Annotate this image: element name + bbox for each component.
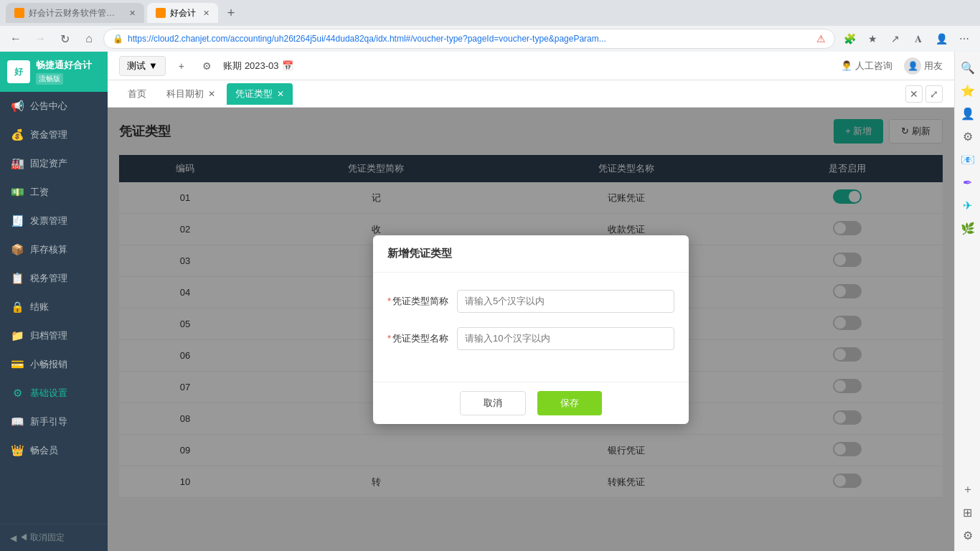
expense-label: 小畅报销 — [30, 358, 67, 371]
sidebar-item-announcement[interactable]: 📢 公告中心 — [0, 92, 108, 121]
payroll-icon: 💵 — [10, 185, 24, 199]
funds-label: 资金管理 — [30, 128, 67, 141]
profile-btn[interactable]: 👤 — [931, 29, 951, 49]
modal-header: 新增凭证类型 — [373, 235, 689, 273]
right-pen-icon[interactable]: ✒ — [958, 172, 978, 192]
tab1-label: 好会计云财务软件管理系统_会计 — [29, 7, 122, 19]
tab1-close[interactable]: ✕ — [129, 9, 136, 18]
expense-icon: 💳 — [10, 357, 24, 372]
sidebar-item-member[interactable]: 👑 畅会员 — [0, 436, 108, 465]
abbr-label-text: 凭证类型简称 — [392, 296, 448, 306]
sidebar-item-guide[interactable]: 📖 新手引导 — [0, 408, 108, 436]
user-avatar: 👤 — [904, 57, 921, 75]
period-value: 2023-03 — [245, 60, 279, 71]
invoice-label: 发票管理 — [30, 215, 67, 227]
tab-minimize-btn[interactable]: ✕ — [905, 85, 923, 103]
sidebar-item-fixed-assets[interactable]: 🏭 固定资产 — [0, 149, 108, 178]
read-btn[interactable]: 𝐀 — [908, 29, 928, 49]
cancel-button[interactable]: 取消 — [460, 391, 526, 415]
inventory-icon: 📦 — [10, 242, 24, 257]
favorites-btn[interactable]: ★ — [862, 29, 882, 49]
calendar-icon[interactable]: 📅 — [282, 60, 293, 71]
guide-icon: 📖 — [10, 415, 24, 429]
back-button[interactable]: ← — [6, 29, 26, 49]
abbr-input[interactable] — [457, 290, 674, 313]
logo-main-text: 畅捷通好合计 — [36, 59, 92, 72]
browser-tab-1[interactable]: 好会计云财务软件管理系统_会计 ✕ — [6, 3, 144, 23]
sidebar-item-expense[interactable]: 💳 小畅报销 — [0, 350, 108, 379]
browser-tab-2[interactable]: 好会计 ✕ — [147, 3, 218, 23]
right-gear-icon[interactable]: ⚙ — [958, 126, 978, 146]
user-button[interactable]: 👤 用友 — [904, 57, 943, 75]
closing-icon: 🔒 — [10, 300, 24, 314]
modal-body: *凭证类型简称 *凭证类型名称 — [373, 273, 689, 382]
sidebar-item-closing[interactable]: 🔒 结账 — [0, 293, 108, 321]
settings-btn[interactable]: ⚙ — [197, 56, 217, 76]
right-user-icon[interactable]: 👤 — [958, 103, 978, 123]
browser-toolbar: ← → ↻ ⌂ 🔒 https://cloud2.chanjet.com/acc… — [0, 26, 980, 52]
modal-overlay: 新增凭证类型 *凭证类型简称 *凭证类型名称 — [108, 108, 954, 551]
logo-icon: 好 — [7, 60, 30, 83]
tab-subjects[interactable]: 科目期初 ✕ — [158, 83, 224, 105]
unpin-button[interactable]: ◀ ◀ 取消固定 — [0, 524, 108, 551]
sidebar-item-archive[interactable]: 📁 归档管理 — [0, 321, 108, 350]
refresh-button[interactable]: ↻ — [55, 29, 75, 49]
funds-icon: 💰 — [10, 128, 24, 142]
company-selector[interactable]: 测试 ▼ — [119, 56, 166, 76]
tab-subjects-close[interactable]: ✕ — [208, 89, 215, 99]
address-text: https://cloud2.chanjet.com/accounting/uh… — [128, 34, 812, 44]
right-leaf-icon[interactable]: 🌿 — [958, 218, 978, 238]
sidebar-scroll: 📢 公告中心 💰 资金管理 🏭 固定资产 💵 工资 🧾 发票管理 📦 库 — [0, 92, 108, 524]
tabs-bar: 首页 科目期初 ✕ 凭证类型 ✕ ✕ ⤢ — [108, 80, 954, 108]
sidebar-item-payroll[interactable]: 💵 工资 — [0, 178, 108, 207]
support-button[interactable]: 👨‍💼 人工咨询 — [841, 60, 892, 72]
member-label: 畅会员 — [30, 444, 58, 457]
unpin-icon: ◀ — [10, 533, 17, 543]
home-button[interactable]: ⌂ — [79, 29, 99, 49]
announcement-label: 公告中心 — [30, 100, 67, 113]
lock-icon: 🔒 — [113, 34, 123, 44]
sidebar-logo[interactable]: 好 畅捷通好合计 流畅版 — [0, 52, 108, 92]
tab-voucher-types[interactable]: 凭证类型 ✕ — [227, 83, 293, 105]
right-add-icon[interactable]: ＋ — [958, 479, 978, 499]
name-required: * — [387, 333, 391, 344]
address-bar[interactable]: 🔒 https://cloud2.chanjet.com/accounting/… — [103, 29, 835, 49]
sidebar-item-invoice[interactable]: 🧾 发票管理 — [0, 207, 108, 235]
more-btn[interactable]: ⋯ — [954, 29, 974, 49]
share-btn[interactable]: ↗ — [885, 29, 905, 49]
abbr-label: *凭证类型简称 — [387, 295, 448, 308]
logo-text-area: 畅捷通好合计 流畅版 — [36, 59, 92, 85]
right-grid-icon[interactable]: ⊞ — [958, 502, 978, 522]
tab-resize-buttons: ✕ ⤢ — [905, 85, 943, 103]
right-search-icon[interactable]: 🔍 — [958, 57, 978, 77]
sidebar-item-funds[interactable]: 💰 资金管理 — [0, 121, 108, 149]
extensions-btn[interactable]: 🧩 — [839, 29, 859, 49]
tab-home[interactable]: 首页 — [119, 83, 155, 105]
sidebar-item-tax[interactable]: 📋 税务管理 — [0, 264, 108, 293]
name-input[interactable] — [457, 327, 674, 350]
tab1-favicon — [14, 8, 24, 18]
member-icon: 👑 — [10, 443, 24, 458]
name-form-row: *凭证类型名称 — [387, 327, 674, 350]
add-company-btn[interactable]: + — [171, 56, 192, 76]
fixed-assets-label: 固定资产 — [30, 157, 67, 170]
tab2-close[interactable]: ✕ — [203, 9, 209, 18]
settings-label: 基础设置 — [30, 387, 67, 400]
user-name: 用友 — [924, 60, 943, 72]
save-button[interactable]: 保存 — [537, 391, 602, 415]
modal-dialog: 新增凭证类型 *凭证类型简称 *凭证类型名称 — [373, 235, 689, 424]
tab-voucher-types-close[interactable]: ✕ — [277, 89, 284, 99]
right-star-icon[interactable]: ⭐ — [958, 80, 978, 100]
sidebar-item-inventory[interactable]: 📦 库存核算 — [0, 235, 108, 264]
right-settings-icon[interactable]: ⚙ — [958, 525, 978, 545]
page-content: 凭证类型 + 新增 ↻ 刷新 编码 凭证类型简称 凭证类型名称 是否启用 — [108, 108, 954, 551]
new-tab-button[interactable]: + — [221, 3, 241, 23]
right-sidebar: 🔍 ⭐ 👤 ⚙ 📧 ✒ ✈ 🌿 ＋ ⊞ ⚙ — [954, 52, 980, 551]
right-outlook-icon[interactable]: 📧 — [958, 149, 978, 169]
tab-maximize-btn[interactable]: ⤢ — [925, 85, 943, 103]
tab2-favicon — [156, 8, 166, 18]
sidebar-item-settings[interactable]: ⚙ 基础设置 — [0, 379, 108, 408]
right-plane-icon[interactable]: ✈ — [958, 195, 978, 215]
browser-tabs-bar: 好会计云财务软件管理系统_会计 ✕ 好会计 ✕ + — [0, 0, 980, 26]
forward-button[interactable]: → — [30, 29, 50, 49]
